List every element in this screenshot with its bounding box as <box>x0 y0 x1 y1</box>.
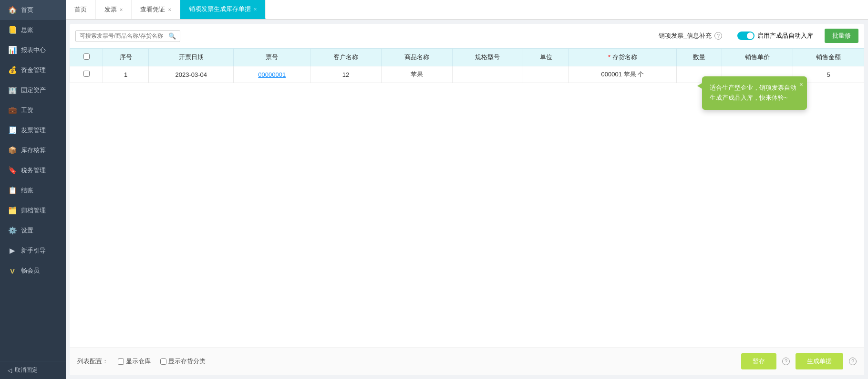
col-header-date: 开票日期 <box>149 49 234 66</box>
sidebar-item-ledger[interactable]: 📒 总账 <box>0 20 66 40</box>
tab-invoice[interactable]: 发票 × <box>96 0 132 19</box>
show-warehouse-label: 显示仓库 <box>126 357 151 366</box>
list-config-label: 列表配置： <box>77 357 108 366</box>
save-help-icon[interactable]: ? <box>782 358 790 365</box>
tab-storage[interactable]: 销项发票生成库存单据 × <box>180 0 266 19</box>
main-content: 首页 发票 × 查看凭证 × 销项发票生成库存单据 × 🔍 销项发票_信息补充 … <box>66 0 868 379</box>
tab-invoice-close[interactable]: × <box>120 7 123 12</box>
guide-icon: ▶ <box>8 246 17 255</box>
sidebar-item-labor-label: 工资 <box>21 106 33 115</box>
row-number: 00000001 <box>234 66 310 83</box>
info-help-icon[interactable]: ? <box>714 32 722 40</box>
info-label: 销项发票_信息补充 <box>659 32 712 40</box>
sidebar-item-vip[interactable]: V 畅会员 <box>0 261 66 281</box>
sidebar-item-reports[interactable]: 📊 报表中心 <box>0 40 66 60</box>
toggle-section: 启用产成品自动入库 <box>737 32 813 40</box>
tab-home[interactable]: 首页 <box>66 0 96 19</box>
show-warehouse-checkbox[interactable] <box>118 358 124 365</box>
col-header-checkbox <box>70 49 103 66</box>
col-header-customer: 客户名称 <box>310 49 382 66</box>
tab-voucher-close[interactable]: × <box>168 7 171 12</box>
sidebar-item-inventory-label: 库存核算 <box>21 146 46 155</box>
home-icon: 🏠 <box>8 6 17 14</box>
row-inventory[interactable]: 000001 苹果 个 <box>569 66 676 83</box>
ledger-icon: 📒 <box>8 26 17 34</box>
sidebar-item-vip-label: 畅会员 <box>21 266 40 275</box>
generate-help-icon[interactable]: ? <box>849 358 857 365</box>
row-checkbox-cell <box>70 66 103 83</box>
batch-edit-button[interactable]: 批量修 <box>825 29 858 43</box>
funds-icon: 💰 <box>8 66 17 74</box>
row-number-link[interactable]: 00000001 <box>258 71 286 78</box>
select-all-checkbox[interactable] <box>83 53 90 60</box>
toolbar: 🔍 销项发票_信息补充 ? 启用产成品自动入库 批量修 <box>70 24 864 48</box>
cancel-pin-label: 取消固定 <box>15 366 38 374</box>
search-input[interactable] <box>80 32 165 39</box>
content-area: 🔍 销项发票_信息补充 ? 启用产成品自动入库 批量修 <box>70 24 864 375</box>
settings-icon: ⚙️ <box>8 226 17 235</box>
row-customer: 12 <box>310 66 382 83</box>
tab-storage-close[interactable]: × <box>254 6 257 12</box>
sidebar-item-guide[interactable]: ▶ 新手引导 <box>0 241 66 261</box>
sidebar-item-archive[interactable]: 🗂️ 归档管理 <box>0 200 66 221</box>
labor-icon: 💼 <box>8 106 17 115</box>
sidebar-item-assets[interactable]: 🏢 固定资产 <box>0 80 66 100</box>
sidebar-item-funds[interactable]: 💰 资金管理 <box>0 60 66 80</box>
sidebar-item-assets-label: 固定资产 <box>21 86 46 95</box>
show-warehouse-checkbox-label[interactable]: 显示仓库 <box>118 357 151 366</box>
sidebar-item-inventory[interactable]: 📦 库存核算 <box>0 140 66 160</box>
sidebar-item-home[interactable]: 🏠 首页 <box>0 0 66 20</box>
col-header-unit: 单位 <box>523 49 569 66</box>
col-header-amount: 销售金额 <box>793 49 864 66</box>
show-category-checkbox[interactable] <box>160 358 166 365</box>
bottom-bar: 列表配置： 显示仓库 显示存货分类 暂存 ? 生成单据 ? <box>70 347 864 375</box>
show-category-label: 显示存货分类 <box>168 357 206 366</box>
col-header-spec: 规格型号 <box>452 49 523 66</box>
assets-icon: 🏢 <box>8 86 17 95</box>
sidebar-item-settings-label: 设置 <box>21 226 33 235</box>
sidebar-item-guide-label: 新手引导 <box>21 246 46 255</box>
sidebar-item-accounting-label: 结账 <box>21 186 33 195</box>
sidebar-item-tax-label: 税务管理 <box>21 166 46 175</box>
archive-icon: 🗂️ <box>8 206 17 215</box>
search-box[interactable]: 🔍 <box>75 30 180 42</box>
sidebar-item-tax[interactable]: 🔖 税务管理 <box>0 160 66 180</box>
sidebar: 🏠 首页 📒 总账 📊 报表中心 💰 资金管理 🏢 固定资产 💼 工资 🧾 发票… <box>0 0 66 379</box>
col-header-qty: 数量 <box>676 49 722 66</box>
tab-voucher[interactable]: 查看凭证 × <box>132 0 180 19</box>
auto-storage-toggle[interactable] <box>737 32 754 40</box>
row-product: 苹果 <box>381 66 452 83</box>
vip-icon: V <box>8 267 17 275</box>
tooltip-bubble: × 适合生产型企业，销项发票自动生成产成品入库，快来体验~ <box>702 76 807 110</box>
sidebar-bottom-cancel-pin[interactable]: ◁ 取消固定 <box>0 361 66 379</box>
sidebar-item-labor[interactable]: 💼 工资 <box>0 100 66 120</box>
tab-bar: 首页 发票 × 查看凭证 × 销项发票生成库存单据 × <box>66 0 868 20</box>
info-section: 销项发票_信息补充 ? <box>659 32 722 40</box>
col-header-price: 销售单价 <box>722 49 793 66</box>
row-checkbox[interactable] <box>83 71 90 77</box>
sidebar-item-archive-label: 归档管理 <box>21 206 46 215</box>
sidebar-item-accounting[interactable]: 📋 结账 <box>0 180 66 200</box>
row-seq: 1 <box>103 66 149 83</box>
sidebar-item-settings[interactable]: ⚙️ 设置 <box>0 221 66 241</box>
accounting-icon: 📋 <box>8 186 17 195</box>
invoices-icon: 🧾 <box>8 126 17 135</box>
show-category-checkbox-label[interactable]: 显示存货分类 <box>160 357 206 366</box>
col-header-inventory: * 存货名称 <box>569 49 676 66</box>
col-header-product: 商品名称 <box>381 49 452 66</box>
search-icon: 🔍 <box>168 32 176 40</box>
sidebar-item-invoices[interactable]: 🧾 发票管理 <box>0 120 66 140</box>
tab-invoice-label: 发票 <box>104 5 117 14</box>
tax-icon: 🔖 <box>8 166 17 175</box>
inventory-icon: 📦 <box>8 146 17 155</box>
sidebar-item-invoices-label: 发票管理 <box>21 126 46 135</box>
generate-button[interactable]: 生成单据 <box>796 353 843 369</box>
sidebar-item-ledger-label: 总账 <box>21 26 33 34</box>
row-spec <box>452 66 523 83</box>
tooltip-close-button[interactable]: × <box>799 79 803 90</box>
sidebar-item-home-label: 首页 <box>21 6 33 14</box>
save-button[interactable]: 暂存 <box>741 353 776 369</box>
tab-storage-label: 销项发票生成库存单据 <box>189 5 251 13</box>
bottom-actions: 暂存 ? 生成单据 ? <box>741 353 857 369</box>
col-header-seq: 序号 <box>103 49 149 66</box>
